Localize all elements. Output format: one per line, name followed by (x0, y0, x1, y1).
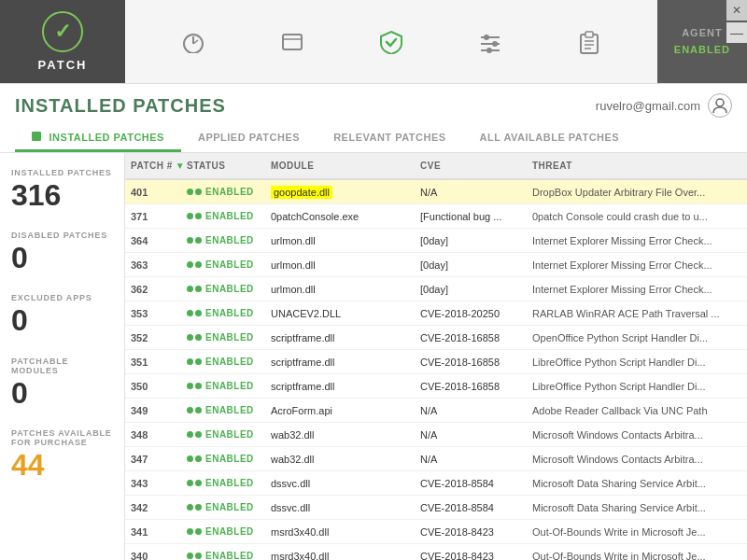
cell-threat: LibreOffice Python Script Handler Di... (527, 353, 747, 371)
cell-status: ENABLED (181, 207, 265, 225)
table-row[interactable]: 352 ENABLED scriptframe.dll CVE-2018-168… (125, 326, 747, 350)
dot-2 (195, 407, 202, 413)
cell-cve: N/A (415, 183, 527, 202)
nav-clipboard[interactable] (575, 30, 603, 54)
user-info: ruvelro@gmail.com (596, 93, 732, 118)
cell-status: ENABLED (181, 401, 265, 419)
cell-cve: [0day] (415, 256, 527, 274)
table-row[interactable]: 347 ENABLED wab32.dll N/A Microsoft Wind… (125, 447, 747, 471)
status-text: ENABLED (205, 478, 254, 488)
cell-cve: CVE-2018-20250 (415, 304, 527, 323)
dot-2 (195, 310, 202, 316)
cell-patch: 351 (125, 353, 181, 371)
status-dots (187, 334, 202, 341)
dot-1 (187, 383, 193, 389)
table-row[interactable]: 371 ENABLED 0patchConsole.exe [Functiona… (125, 204, 747, 229)
status-dots (187, 237, 202, 244)
table-row[interactable]: 351 ENABLED scriptframe.dll CVE-2018-168… (125, 350, 747, 374)
status-text: ENABLED (205, 332, 254, 343)
avatar (708, 93, 732, 118)
cell-patch: 349 (125, 401, 181, 420)
table-row[interactable]: 349 ENABLED AcroForm.api N/A Adobe Reade… (125, 399, 747, 423)
logo-check-icon: ✓ (54, 20, 71, 44)
table-row[interactable]: 363 ENABLED urlmon.dll [0day] Internet E… (125, 253, 747, 277)
tab-installed-patches[interactable]: INSTALLED PATCHES (15, 125, 181, 152)
cell-cve: CVE-2018-16858 (415, 353, 527, 371)
cell-patch: 352 (125, 329, 181, 347)
status-dots (187, 286, 202, 292)
dot-2 (195, 480, 202, 486)
cell-status: ENABLED (181, 426, 265, 443)
svg-rect-1 (283, 35, 302, 49)
th-patch[interactable]: PATCH # ▼ (125, 153, 181, 178)
nav-window[interactable] (278, 31, 306, 53)
cell-patch: 364 (125, 231, 181, 250)
cell-threat: DropBox Updater Arbitrary File Over... (527, 183, 747, 202)
table-row[interactable]: 348 ENABLED wab32.dll N/A Microsoft Wind… (125, 423, 747, 447)
cell-patch: 343 (125, 474, 181, 493)
table-row[interactable]: 343 ENABLED dssvc.dll CVE-2018-8584 Micr… (125, 471, 747, 496)
table-row[interactable]: 362 ENABLED urlmon.dll [0day] Internet E… (125, 277, 747, 301)
tab-indicator (32, 132, 41, 141)
cell-status: ENABLED (181, 377, 265, 395)
cell-cve: CVE-2018-16858 (415, 377, 527, 396)
nav-sliders[interactable] (476, 31, 504, 53)
cell-cve: CVE-2018-8423 (415, 547, 527, 561)
stat-patchable-label: PATCHABLE MODULES (11, 357, 113, 375)
cell-patch: 363 (125, 256, 181, 274)
logo-text: PATCH (38, 58, 88, 72)
dot-1 (187, 407, 193, 413)
cell-patch: 341 (125, 523, 181, 541)
user-email: ruvelro@gmail.com (596, 99, 700, 113)
svg-rect-10 (585, 32, 593, 37)
cell-status: ENABLED (181, 353, 265, 371)
status-text: ENABLED (205, 502, 254, 512)
table-row[interactable]: 364 ENABLED urlmon.dll [0day] Internet E… (125, 229, 747, 253)
status-text: ENABLED (205, 211, 254, 221)
minimize-button[interactable]: — (726, 22, 747, 43)
stat-excluded-label: EXCLUDED APPS (11, 293, 113, 302)
dot-2 (195, 237, 202, 244)
nav-dashboard[interactable] (179, 31, 207, 53)
nav-shield[interactable] (377, 30, 405, 54)
table-row[interactable]: 340 ENABLED msrd3x40.dll CVE-2018-8423 O… (125, 544, 747, 560)
status-text: ENABLED (205, 284, 254, 294)
dot-2 (195, 455, 202, 462)
page-title-row: INSTALLED PATCHES ruvelro@gmail.com (15, 93, 732, 118)
cell-module: urlmon.dll (265, 231, 415, 250)
table-row[interactable]: 341 ENABLED msrd3x40.dll CVE-2018-8423 O… (125, 520, 747, 544)
table-area: PATCH # ▼ STATUS MODULE CVE THREAT 401 (125, 153, 747, 560)
cell-status: ENABLED (181, 329, 265, 346)
table-row[interactable]: 401 ENABLED goopdate.dll N/A DropBox Upd… (125, 180, 747, 204)
dot-1 (187, 455, 193, 462)
dot-1 (187, 504, 193, 511)
th-threat: THREAT (527, 153, 747, 178)
table-row[interactable]: 350 ENABLED scriptframe.dll CVE-2018-168… (125, 374, 747, 399)
th-module: MODULE (265, 153, 415, 178)
tab-relevant-patches[interactable]: RELEVANT PATCHES (317, 125, 462, 152)
cell-patch: 340 (125, 547, 181, 561)
tab-all-available-patches[interactable]: ALL AVAILABLE PATCHES (463, 125, 637, 152)
main-content: INSTALLED PATCHES 316 DISABLED PATCHES 0… (0, 153, 747, 560)
dot-2 (195, 334, 202, 341)
cell-cve: [Functional bug ... (415, 207, 527, 226)
table-row[interactable]: 342 ENABLED dssvc.dll CVE-2018-8584 Micr… (125, 496, 747, 520)
logo-circle: ✓ (42, 11, 83, 52)
status-dots (187, 528, 202, 535)
cell-patch: 401 (125, 183, 181, 202)
close-button[interactable]: ✕ (726, 0, 747, 21)
cell-module: scriptframe.dll (265, 329, 415, 347)
table-header: PATCH # ▼ STATUS MODULE CVE THREAT (125, 153, 747, 180)
dot-1 (187, 528, 193, 535)
top-nav: ✓ PATCH AGENT ENABLED ✕ — (0, 0, 747, 84)
table-row[interactable]: 353 ENABLED UNACEV2.DLL CVE-2018-20250 R… (125, 301, 747, 326)
stat-purchase-label: PATCHES AVAILABLE FOR PURCHASE (11, 428, 113, 447)
cell-patch: 362 (125, 280, 181, 299)
cell-cve: N/A (415, 450, 527, 469)
dot-2 (195, 213, 202, 219)
dot-1 (187, 553, 193, 559)
dot-1 (187, 213, 193, 219)
sidebar: INSTALLED PATCHES 316 DISABLED PATCHES 0… (0, 153, 125, 560)
tab-applied-patches[interactable]: APPLIED PATCHES (181, 125, 317, 152)
status-text: ENABLED (205, 429, 254, 440)
